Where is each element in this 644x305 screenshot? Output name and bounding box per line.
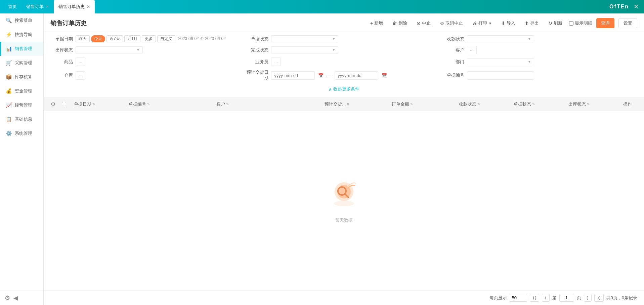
th-amount[interactable]: 订单金额 ⇅ bbox=[389, 101, 456, 107]
cancel-stop-button[interactable]: ⊘ 取消中止 bbox=[437, 19, 466, 28]
filter-label-delivery-date: 预计交货日期 bbox=[246, 69, 271, 81]
sidebar-item-operations[interactable]: 📈 经营管理 bbox=[0, 98, 43, 112]
sort-date-icon: ⇅ bbox=[92, 102, 95, 106]
filter-stock-status: ▼ bbox=[76, 46, 246, 53]
salesperson-ellipsis-btn[interactable]: ··· bbox=[271, 58, 281, 66]
first-page-btn[interactable]: ⟨⟨ bbox=[530, 294, 539, 302]
tab-sales-order[interactable]: 销售订单 ✕ bbox=[22, 0, 54, 13]
complete-status-select[interactable]: ▼ bbox=[271, 46, 338, 53]
tab-home[interactable]: 首页 bbox=[3, 0, 22, 13]
stop-button[interactable]: ⊘ 中止 bbox=[414, 19, 433, 28]
query-button[interactable]: 查询 bbox=[596, 18, 614, 28]
filter-customer: ··· bbox=[467, 46, 637, 54]
show-detail-checkbox[interactable] bbox=[569, 21, 573, 26]
sidebar: 🔍 搜索菜单 ⚡ 快捷导航 📊 销售管理 🛒 采购管理 📦 库存核算 💰 资金管… bbox=[0, 13, 44, 305]
app-close-button[interactable]: ✕ bbox=[632, 3, 641, 10]
collapse-filter-btn[interactable]: ∧ 收起更多条件 bbox=[50, 85, 637, 93]
page-number-input[interactable] bbox=[559, 294, 574, 302]
page-header: 销售订单历史 + 新增 🗑 删除 ⊘ 中止 ⊘ 取消中止 bbox=[44, 13, 644, 32]
export-button[interactable]: ⬆ 导出 bbox=[522, 19, 542, 28]
calendar-start-icon[interactable]: 📅 bbox=[318, 73, 324, 78]
brand-text: OfTEn bbox=[609, 4, 629, 10]
payment-status-select[interactable]: ▼ bbox=[467, 35, 534, 42]
th-checkbox[interactable] bbox=[59, 102, 71, 106]
delivery-date-start-input[interactable] bbox=[271, 71, 315, 80]
new-button[interactable]: + 新增 bbox=[368, 19, 386, 28]
delivery-date-end-input[interactable] bbox=[335, 71, 378, 80]
warehouse-ellipsis-btn[interactable]: ··· bbox=[76, 71, 85, 80]
doc-no-input[interactable] bbox=[467, 71, 534, 80]
stock-status-select[interactable]: ▼ bbox=[76, 46, 143, 53]
th-doc-no[interactable]: 单据编号 ⇅ bbox=[126, 101, 214, 107]
date-btn-yesterday[interactable]: 昨天 bbox=[76, 35, 90, 42]
top-bar: 首页 销售订单 ✕ 销售订单历史 ✕ OfTEn ✕ bbox=[0, 0, 644, 13]
department-select[interactable]: ▼ bbox=[467, 58, 534, 65]
print-icon: 🖨 bbox=[472, 21, 477, 26]
show-detail-checkbox-label[interactable]: 显示明细 bbox=[569, 20, 592, 26]
import-button[interactable]: ⬇ 导入 bbox=[499, 19, 518, 28]
th-action: 操作 bbox=[620, 101, 641, 107]
th-date[interactable]: 单据日期 ⇅ bbox=[71, 101, 126, 107]
date-btn-7days[interactable]: 近7天 bbox=[106, 35, 123, 42]
sidebar-item-finance[interactable]: 💰 资金管理 bbox=[0, 84, 43, 98]
product-ellipsis-btn[interactable]: ··· bbox=[76, 58, 85, 66]
page-size-dropdown[interactable]: 20 50 100 200 bbox=[509, 294, 527, 302]
filter-row-3: 商品 ··· 业务员 ··· 部门 ▼ bbox=[50, 58, 637, 66]
doc-status-arrow: ▼ bbox=[332, 37, 335, 41]
th-customer[interactable]: 客户 ⇅ bbox=[214, 101, 322, 107]
pagination-bar: 每页显示 20 50 100 200 ⟨⟨ ⟨ 第 页 ⟩ ⟩⟩ 共0页，0条记… bbox=[44, 290, 644, 305]
collapse-sidebar-icon[interactable]: ◀ bbox=[13, 294, 18, 302]
sort-doc-status-icon: ⇅ bbox=[532, 102, 535, 106]
th-doc-status[interactable]: 单据状态 ⇅ bbox=[511, 101, 566, 107]
date-quick-buttons: 昨天 今天 近7天 近1月 更多 自定义 bbox=[76, 35, 175, 42]
last-page-btn[interactable]: ⟩⟩ bbox=[594, 294, 604, 302]
table-header: ⚙ 单据日期 ⇅ 单据编号 ⇅ 客户 ⇅ 预计交货... bbox=[44, 97, 644, 111]
date-btn-more[interactable]: 更多 bbox=[142, 35, 156, 42]
tab-sales-order-history[interactable]: 销售订单历史 ✕ bbox=[54, 0, 95, 13]
date-btn-1month[interactable]: 近1月 bbox=[124, 35, 141, 42]
filter-label-stock-status: 出库状态 bbox=[50, 47, 76, 53]
quick-nav-icon: ⚡ bbox=[6, 32, 12, 38]
column-settings-icon[interactable]: ⚙ bbox=[50, 100, 56, 109]
th-payment-status[interactable]: 收款状态 ⇅ bbox=[456, 101, 511, 107]
select-all-checkbox[interactable] bbox=[62, 102, 66, 106]
print-button[interactable]: 🖨 打印 ▼ bbox=[470, 19, 495, 28]
print-arrow-icon: ▼ bbox=[488, 22, 492, 25]
settings-bottom-icon[interactable]: ⚙ bbox=[5, 294, 10, 302]
refresh-button[interactable]: ↻ 刷新 bbox=[546, 19, 565, 28]
prev-page-btn[interactable]: ⟨ bbox=[542, 294, 550, 302]
next-page-btn[interactable]: ⟩ bbox=[584, 294, 592, 302]
filter-label-doc-status: 单据状态 bbox=[246, 36, 271, 42]
main-layout: 🔍 搜索菜单 ⚡ 快捷导航 📊 销售管理 🛒 采购管理 📦 库存核算 💰 资金管… bbox=[0, 13, 644, 305]
filter-label-payment-status: 收款状态 bbox=[442, 36, 467, 42]
close-sales-order-tab[interactable]: ✕ bbox=[46, 4, 49, 9]
sidebar-item-purchase[interactable]: 🛒 采购管理 bbox=[0, 56, 43, 70]
page-label: 页 bbox=[577, 295, 581, 301]
filter-department: ▼ bbox=[467, 58, 637, 65]
th-settings[interactable]: ⚙ bbox=[47, 100, 59, 109]
delete-button[interactable]: 🗑 删除 bbox=[390, 19, 410, 28]
filter-label-department: 部门 bbox=[442, 59, 467, 65]
settings-button[interactable]: 设置 bbox=[618, 18, 637, 28]
empty-state-icon bbox=[327, 178, 361, 212]
cancel-stop-icon: ⊘ bbox=[440, 21, 444, 26]
sales-icon: 📊 bbox=[6, 46, 12, 52]
stock-status-arrow: ▼ bbox=[136, 48, 140, 52]
sidebar-item-quick-nav[interactable]: ⚡ 快捷导航 bbox=[0, 28, 43, 42]
sidebar-item-inventory[interactable]: 📦 库存核算 bbox=[0, 70, 43, 84]
th-delivery[interactable]: 预计交货... ⇅ bbox=[322, 101, 389, 107]
doc-status-select[interactable]: ▼ bbox=[271, 35, 338, 42]
filter-warehouse: ··· bbox=[76, 71, 246, 80]
customer-ellipsis-btn[interactable]: ··· bbox=[467, 46, 477, 54]
sidebar-item-sales[interactable]: 📊 销售管理 bbox=[0, 42, 43, 56]
th-stock-status[interactable]: 出库状态 ⇅ bbox=[566, 101, 620, 107]
sidebar-item-base-info[interactable]: 📋 基础信息 bbox=[0, 112, 43, 126]
date-btn-custom[interactable]: 自定义 bbox=[157, 35, 175, 42]
close-sales-order-history-tab[interactable]: ✕ bbox=[87, 4, 90, 9]
sidebar-item-search[interactable]: 🔍 搜索菜单 bbox=[0, 13, 43, 28]
sidebar-item-system[interactable]: ⚙️ 系统管理 bbox=[0, 126, 43, 141]
sort-doc-no-icon: ⇅ bbox=[147, 102, 150, 106]
date-btn-today[interactable]: 今天 bbox=[91, 35, 105, 42]
filter-row-2: 出库状态 ▼ 完成状态 ▼ 客户 ··· bbox=[50, 46, 637, 54]
calendar-end-icon[interactable]: 📅 bbox=[382, 73, 387, 78]
